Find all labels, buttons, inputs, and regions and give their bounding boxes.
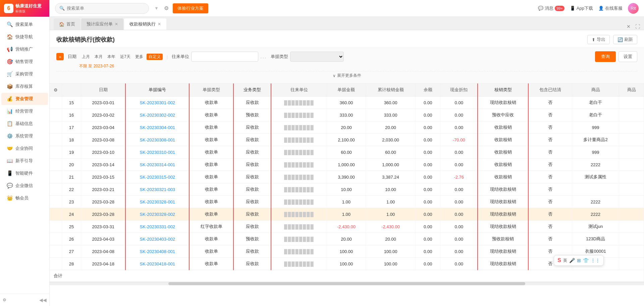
sidebar-item-label: 畅会员	[15, 195, 29, 201]
cell-biztype: 应收款	[233, 171, 271, 183]
topbar-gear-icon[interactable]: ⚙	[164, 5, 169, 11]
sidebar-item-inventory[interactable]: 📦 库存核算	[1, 80, 48, 93]
table-col-gear[interactable]: ⚙	[50, 83, 62, 97]
filter-last-month[interactable]: 上月	[80, 53, 91, 60]
cell-docno[interactable]: SK-20230302-002	[125, 109, 189, 121]
search-input[interactable]	[67, 6, 145, 11]
table-col-cashdiscount: 现金折扣	[440, 83, 478, 97]
tab-home[interactable]: 🏠 首页	[54, 18, 80, 30]
filter-this-month[interactable]: 本月	[93, 53, 104, 60]
tab-receipt-close[interactable]: ✕	[158, 22, 161, 26]
cell-doctype: 收款单	[189, 233, 233, 245]
sidebar-item-quick-nav[interactable]: 🏠 快捷导航	[1, 31, 48, 43]
sidebar-item-corp-wx[interactable]: 💬 企业微信	[1, 180, 48, 192]
refresh-btn[interactable]: 🔄 刷新	[613, 35, 637, 44]
sidebar-collapse-btn[interactable]: ◀◀	[39, 297, 47, 303]
sidebar-item-fund[interactable]: 💰 资金管理	[1, 93, 48, 105]
cell-docno[interactable]: SK-20230308-001	[125, 134, 189, 146]
notification-badge: 99+	[555, 6, 565, 11]
cell-date: 2023-03-04	[81, 121, 126, 134]
cell-docamount: 360.00	[327, 97, 366, 109]
filter-setting-btn[interactable]: 设置	[619, 51, 637, 62]
sidebar-item-search-menu[interactable]: 🔍 搜索菜单	[1, 18, 48, 30]
filter-this-year[interactable]: 本年	[106, 53, 117, 60]
cell-docno[interactable]: SK-20230304-001	[125, 121, 189, 134]
ops-icon: 📊	[7, 108, 13, 114]
cell-includesettled: 否	[528, 109, 572, 121]
sidebar-item-member[interactable]: 👑 畅会员	[1, 192, 48, 204]
floating-badge-text: 英	[563, 258, 567, 263]
purchase-icon: 🛒	[7, 71, 13, 77]
sidebar-item-marketing[interactable]: 📢 营销推广	[1, 43, 48, 55]
cell-docno[interactable]: SK-20230403-002	[125, 233, 189, 245]
sidebar-item-sales[interactable]: 🎯 销售管理	[1, 56, 48, 68]
cell-docno[interactable]: SK-20230328-001	[125, 196, 189, 208]
cell-docno[interactable]: SK-20230301-002	[125, 97, 189, 109]
cell-docamount: 10.00	[327, 183, 366, 196]
filter-more-dates[interactable]: 更多	[134, 53, 145, 60]
filter-custom-btn[interactable]: 自定义	[147, 54, 163, 60]
filter-partner-input[interactable]	[191, 52, 258, 62]
expand-more-btn[interactable]: ∨ 展开更多条件	[56, 71, 637, 80]
sidebar-settings-btn[interactable]: ⚙	[3, 298, 6, 302]
query-btn[interactable]: 查询	[595, 51, 616, 62]
cell-goods	[572, 183, 619, 196]
cell-partner: ████████	[271, 245, 327, 258]
tab-receipt-label: 收款核销执行	[129, 21, 156, 27]
filter-expand-btn[interactable]: »	[56, 53, 64, 60]
cell-accumamount: 1.00	[366, 196, 416, 208]
online-service-btn[interactable]: 👤 在线客服	[598, 5, 623, 11]
export-btn[interactable]: ⬆ 导出	[587, 35, 610, 44]
notification-btn[interactable]: 💬 消息 99+	[538, 5, 565, 11]
tabbar: 🏠 首页 预计应应付单 ✕ 收款核销执行 ✕ ✕ ⛶	[50, 17, 644, 30]
cell-docamount: 1,000.00	[327, 159, 366, 171]
tab-expand-btn[interactable]: ⛶	[635, 24, 640, 29]
tab-receipt-exec[interactable]: 收款核销执行 ✕	[124, 18, 166, 30]
scrollbar-thumb[interactable]	[168, 282, 525, 285]
cell-biztype: 应收款	[233, 183, 271, 196]
tab-payable[interactable]: 预计应应付单 ✕	[81, 18, 123, 30]
sidebar-logo[interactable]: 6 畅康道好生意 标推版	[0, 0, 49, 17]
cell-doctype: 收款单	[189, 159, 233, 171]
sidebar-item-system[interactable]: ⚙️ 系统管理	[1, 130, 48, 142]
cell-docno[interactable]: SK-20230408-001	[125, 245, 189, 258]
cell-docamount: 60.00	[327, 146, 366, 159]
app-download-btn[interactable]: 📱 App下载	[570, 5, 593, 11]
sidebar-item-purchase[interactable]: 🛒 采购管理	[1, 68, 48, 80]
filter-receipt-type-select[interactable]	[290, 52, 344, 62]
cell-date: 2023-04-18	[81, 258, 126, 270]
cell-docno[interactable]: SK-20230310-001	[125, 146, 189, 159]
tab-home-label: 首页	[66, 21, 75, 27]
fund-icon: 💰	[7, 96, 13, 102]
home-tab-icon: 🏠	[59, 22, 64, 27]
topbar-search-box[interactable]: 🔍	[55, 3, 149, 14]
table-horizontal-scrollbar[interactable]	[50, 282, 644, 285]
tab-payable-close[interactable]: ✕	[115, 22, 118, 26]
sidebar-item-smart-hw[interactable]: 📱 智能硬件	[1, 167, 48, 179]
user-avatar[interactable]: Rit	[628, 3, 639, 14]
sidebar-item-beginner[interactable]: 📖 新手引导	[1, 155, 48, 167]
table-container[interactable]: ⚙ 日期 单据编号 单据类型 业务类型 往来单位 单据金额 累计核销金额 余额 …	[50, 83, 644, 306]
cell-rownum: 18	[62, 134, 81, 146]
sidebar-item-label: 采购管理	[15, 71, 33, 77]
cell-docno[interactable]: SK-20230418-001	[125, 258, 189, 270]
cell-docno[interactable]: SK-20230331-002	[125, 221, 189, 233]
sales-icon: 🎯	[7, 59, 13, 65]
cell-docno[interactable]: SK-20230315-002	[125, 171, 189, 183]
cell-docno[interactable]: SK-20230328-002	[125, 208, 189, 221]
cell-biztype: 应收款	[233, 146, 271, 159]
cell-docno[interactable]: SK-20230321-003	[125, 183, 189, 196]
cell-date: 2023-03-21	[81, 183, 126, 196]
industry-btn[interactable]: 体验行业方案	[173, 3, 208, 13]
filter-dots[interactable]: ...	[260, 54, 267, 60]
sidebar: 6 畅康道好生意 标推版 🔍 搜索菜单 🏠 快捷导航 📢 营销推广 🎯 销售管理…	[0, 0, 50, 306]
sidebar-item-corp[interactable]: 🤝 企业协同	[1, 142, 48, 155]
cell-goods: 老白干	[572, 97, 619, 109]
cell-docamount: 1.00	[327, 208, 366, 221]
filter-last-7days[interactable]: 近7天	[119, 53, 132, 60]
close-all-tabs-btn[interactable]: ✕	[625, 23, 633, 30]
table-row: 212023-03-15SK-20230315-002收款单应收款███████…	[50, 171, 644, 183]
sidebar-item-basic[interactable]: 📋 基础信息	[1, 118, 48, 130]
sidebar-item-ops[interactable]: 📊 经营管理	[1, 105, 48, 117]
cell-docno[interactable]: SK-20230314-001	[125, 159, 189, 171]
